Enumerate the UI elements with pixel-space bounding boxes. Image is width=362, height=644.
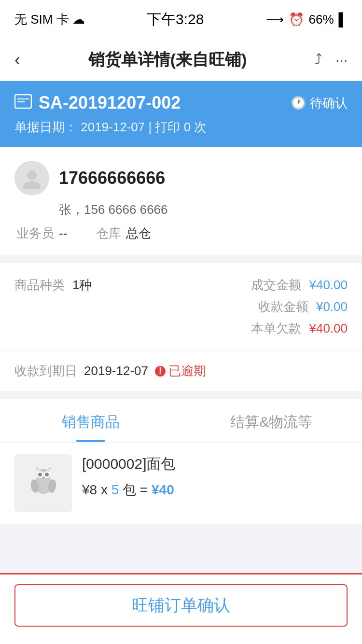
- product-type-value: 1种: [72, 277, 92, 294]
- product-price: ¥8 x 5 包 = ¥40: [82, 481, 348, 499]
- warehouse-label: 仓库: [96, 225, 121, 242]
- overdue-badge: ! 已逾期: [155, 363, 206, 379]
- order-header-card: SA-20191207-002 🕐 待确认 单据日期： 2019-12-07 |…: [0, 81, 362, 147]
- status-bar-left: 无 SIM 卡 ☁: [14, 11, 85, 28]
- product-thumbnail: [14, 454, 72, 512]
- back-button[interactable]: ‹: [14, 50, 20, 70]
- summary-section: 商品种类 1种 成交金额 ¥40.00 收款金额 ¥0.00 本单欠款 ¥40.…: [0, 263, 362, 350]
- divider-1: [0, 255, 362, 263]
- confirm-order-button[interactable]: 旺铺订单确认: [14, 584, 348, 627]
- due-date-section: 收款到期日 2019-12-07 ! 已逾期: [0, 351, 362, 391]
- battery-status: 66%: [309, 12, 334, 27]
- received-label: 收款金额: [258, 298, 308, 315]
- order-icon: [14, 93, 32, 113]
- warehouse-value: 总仓: [126, 225, 151, 242]
- page-title: 销货单详情(来自旺铺): [88, 49, 247, 71]
- tab-sales-product[interactable]: 销售商品: [0, 399, 181, 442]
- alarm-icon: ⏰: [289, 12, 304, 27]
- overdue-text: 已逾期: [168, 363, 206, 379]
- location-icon: ⟶: [266, 12, 284, 27]
- product-total: ¥40: [152, 482, 174, 497]
- battery-icon: ▌: [339, 12, 348, 27]
- overdue-icon: !: [155, 366, 166, 377]
- product-item: [0000002]面包 ¥8 x 5 包 = ¥40: [14, 454, 348, 512]
- due-date-value: 2019-12-07: [84, 364, 148, 378]
- svg-point-4: [23, 181, 41, 189]
- customer-name: 张，156 6666 6666: [14, 201, 348, 218]
- clock-icon: 🕐: [291, 96, 306, 111]
- tabs-container: 销售商品 结算&物流等: [0, 399, 362, 442]
- order-status: 🕐 待确认: [291, 95, 348, 112]
- tab-settlement[interactable]: 结算&物流等: [181, 399, 362, 442]
- divider-2: [0, 391, 362, 399]
- status-bar-time: 下午3:28: [147, 10, 204, 29]
- product-name: [0000002]面包: [82, 454, 348, 474]
- product-section: [0000002]面包 ¥8 x 5 包 = ¥40: [0, 443, 362, 524]
- sim-status: 无 SIM 卡 ☁: [14, 11, 85, 28]
- owed-value: ¥40.00: [309, 321, 348, 336]
- status-bar: 无 SIM 卡 ☁ 下午3:28 ⟶ ⏰ 66% ▌: [0, 0, 362, 39]
- owed-label: 本单欠款: [251, 320, 301, 337]
- product-qty: 5: [111, 482, 119, 497]
- svg-point-11: [45, 473, 49, 476]
- customer-meta: 业务员 -- 仓库 总仓: [14, 225, 348, 242]
- status-bar-right: ⟶ ⏰ 66% ▌: [266, 12, 348, 27]
- salesperson-value: --: [59, 226, 67, 241]
- customer-section: 17666666666 张，156 6666 6666 业务员 -- 仓库 总仓: [0, 147, 362, 255]
- product-type-label: 商品种类: [14, 277, 65, 294]
- svg-point-10: [38, 473, 42, 476]
- salesperson-label: 业务员: [16, 225, 54, 242]
- amount-value: ¥40.00: [309, 278, 348, 293]
- more-icon[interactable]: ···: [335, 52, 348, 68]
- order-id: SA-20191207-002: [14, 93, 181, 113]
- avatar: [14, 161, 49, 196]
- nav-actions: ⤴ ···: [315, 52, 348, 68]
- customer-phone: 17666666666: [59, 168, 165, 188]
- due-date-label: 收款到期日: [14, 363, 77, 379]
- svg-point-3: [27, 170, 37, 180]
- share-icon[interactable]: ⤴: [315, 52, 322, 68]
- order-date-info: 单据日期： 2019-12-07 | 打印 0 次: [14, 119, 348, 136]
- product-info: [0000002]面包 ¥8 x 5 包 = ¥40: [82, 454, 348, 499]
- amount-label: 成交金额: [251, 277, 301, 294]
- bottom-action-bar: 旺铺订单确认: [0, 573, 362, 644]
- nav-bar: ‹ 销货单详情(来自旺铺) ⤴ ···: [0, 39, 362, 81]
- received-value: ¥0.00: [316, 299, 348, 314]
